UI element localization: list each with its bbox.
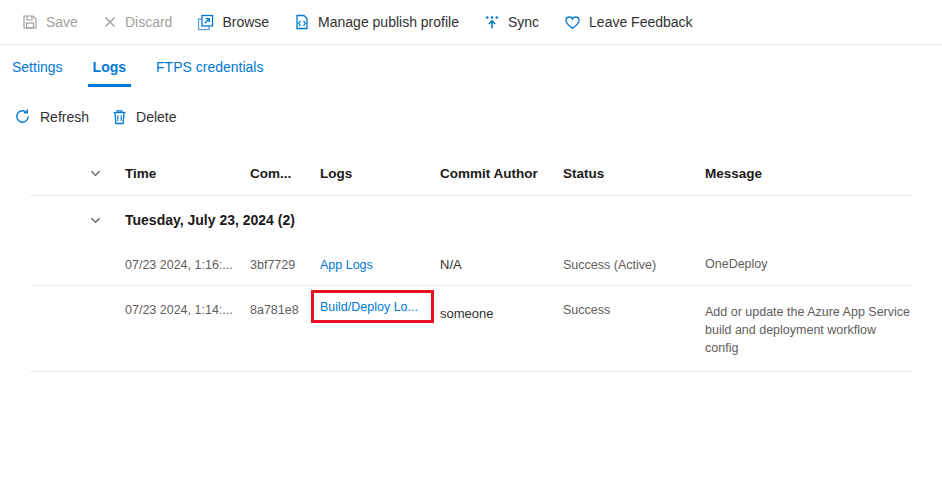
status-cell: Success	[563, 286, 705, 317]
commit-author-cell: N/A	[440, 257, 563, 272]
column-header-status[interactable]: Status	[563, 166, 705, 181]
delete-label: Delete	[136, 109, 176, 125]
leave-feedback-label: Leave Feedback	[589, 14, 693, 30]
manage-publish-profile-button[interactable]: Manage publish profile	[294, 14, 459, 30]
app-logs-link[interactable]: App Logs	[320, 258, 373, 272]
sync-label: Sync	[508, 14, 539, 30]
column-header-logs[interactable]: Logs	[320, 166, 440, 181]
save-label: Save	[46, 14, 78, 30]
logs-command-bar: Refresh Delete	[0, 108, 942, 125]
discard-label: Discard	[125, 14, 172, 30]
highlight-box: Build/Deploy Lo...	[311, 290, 434, 323]
group-collapse-button[interactable]	[30, 213, 125, 228]
time-cell: 07/23 2024, 1:16:...	[125, 258, 250, 272]
tab-logs[interactable]: Logs	[88, 59, 131, 87]
discard-button: Discard	[103, 14, 172, 30]
date-group-row: Tuesday, July 23, 2024 (2)	[30, 196, 912, 244]
publish-profile-icon	[294, 14, 310, 30]
column-header-message[interactable]: Message	[705, 166, 912, 181]
refresh-label: Refresh	[40, 109, 89, 125]
trash-icon	[112, 109, 127, 125]
leave-feedback-button[interactable]: Leave Feedback	[564, 14, 693, 31]
manage-publish-profile-label: Manage publish profile	[318, 14, 459, 30]
tab-ftps-credentials[interactable]: FTPS credentials	[151, 59, 268, 87]
chevron-down-icon	[88, 213, 125, 228]
message-cell: OneDeploy	[705, 255, 912, 273]
tab-settings[interactable]: Settings	[7, 59, 68, 87]
refresh-icon	[14, 108, 31, 125]
time-cell: 07/23 2024, 1:14:...	[125, 286, 250, 317]
commit-id-cell: 8a781e8	[250, 286, 320, 317]
collapse-all-button[interactable]	[30, 166, 125, 181]
sync-icon	[484, 14, 500, 30]
table-row[interactable]: 07/23 2024, 1:14:... 8a781e8 Build/Deplo…	[30, 286, 912, 372]
column-header-commit[interactable]: Com...	[250, 166, 320, 181]
table-row[interactable]: 07/23 2024, 1:16:... 3bf7729 App Logs N/…	[30, 244, 912, 286]
delete-button[interactable]: Delete	[112, 109, 176, 125]
logs-cell: App Logs	[320, 258, 440, 272]
refresh-button[interactable]: Refresh	[14, 108, 89, 125]
browse-label: Browse	[222, 14, 269, 30]
row-spacer	[30, 286, 125, 303]
column-header-time[interactable]: Time	[125, 166, 250, 181]
save-button: Save	[22, 14, 78, 30]
browse-button[interactable]: Browse	[197, 14, 269, 31]
date-group-label: Tuesday, July 23, 2024 (2)	[125, 212, 912, 228]
build-deploy-logs-link[interactable]: Build/Deploy Lo...	[320, 300, 418, 314]
sync-button[interactable]: Sync	[484, 14, 539, 30]
tab-bar: Settings Logs FTPS credentials	[0, 45, 942, 87]
command-bar: Save Discard Browse Manage publish profi…	[0, 0, 942, 45]
table-header-row: Time Com... Logs Commit Author Status Me…	[30, 152, 912, 196]
discard-icon	[103, 15, 117, 29]
chevron-down-icon	[88, 166, 125, 181]
commit-author-cell: someone	[440, 286, 563, 321]
message-cell: Add or update the Azure App Service buil…	[705, 286, 912, 357]
browse-external-icon	[197, 14, 214, 31]
heart-icon	[564, 14, 581, 31]
status-cell: Success (Active)	[563, 258, 705, 272]
logs-cell: Build/Deploy Lo...	[320, 286, 440, 323]
save-icon	[22, 14, 38, 30]
commit-id-cell: 3bf7729	[250, 258, 320, 272]
column-header-commit-author[interactable]: Commit Author	[440, 166, 563, 181]
deployment-logs-table: Time Com... Logs Commit Author Status Me…	[30, 152, 912, 372]
